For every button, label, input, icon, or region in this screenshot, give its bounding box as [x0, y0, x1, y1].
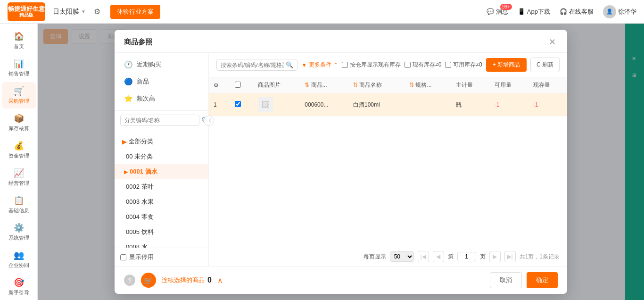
messages-badge: 99+ [500, 4, 512, 10]
mobile-icon: 📱 [518, 8, 525, 15]
quick-recent-purchase[interactable]: 🕐 近期购买 [120, 58, 203, 72]
purchase-icon: 🛒 [14, 86, 24, 96]
sidebar-item-finance[interactable]: 💰 资金管理 [2, 137, 36, 163]
prev-page-btn[interactable]: ◀ [433, 251, 444, 262]
clock-icon: 🕐 [124, 60, 133, 69]
online-service-btn[interactable]: 🎧 在线客服 [560, 8, 594, 16]
store-dropdown-arrow: ▼ [81, 9, 86, 14]
modal-body: 🕐 近期购买 🔵 新品 ⭐ 频次高 [115, 53, 567, 266]
navbar: 畅捷通好生意 精品版 日太阳膜 ▼ ⚙ 体验行业方案 💬 消息 99+ 📱 Ap… [0, 0, 644, 24]
cat-water[interactable]: 0008 水 [115, 240, 208, 248]
row-checkbox[interactable] [230, 93, 253, 117]
col-unit: 主计量 [451, 77, 490, 93]
col-code[interactable]: ⇅ 商品... [300, 77, 348, 93]
app-download-btn[interactable]: 📱 App下载 [518, 8, 550, 16]
sidebar-item-guide[interactable]: 🎯 新手引导 [2, 274, 36, 300]
row-image: 🖼 [253, 93, 300, 117]
page-total-info: 共1页，1条记录 [520, 253, 560, 261]
filter-more-btn[interactable]: ▼ 更多条件 ⌃ [301, 61, 338, 69]
experience-btn[interactable]: 体验行业方案 [110, 5, 160, 19]
sort-icon: ⇅ [305, 82, 309, 88]
cat-fruit[interactable]: 0003 水果 [115, 194, 208, 209]
store-selector[interactable]: 日太阳膜 ▼ [53, 8, 86, 16]
cat-snack[interactable]: 0004 零食 [115, 209, 208, 225]
page-label: 第 [448, 253, 454, 261]
user-menu[interactable]: 👤 徐泽华 [603, 5, 636, 18]
modal-title: 商品参照 [124, 38, 152, 47]
message-icon: 💬 [487, 8, 494, 15]
cancel-btn[interactable]: 取消 [490, 272, 522, 288]
category-search-input[interactable] [120, 115, 199, 126]
select-all-checkbox[interactable] [235, 82, 241, 88]
quick-frequent[interactable]: ⭐ 频次高 [120, 92, 203, 106]
available-stock-checkbox[interactable] [405, 62, 411, 68]
sidebar-item-operations[interactable]: 📈 经营管理 [2, 164, 36, 191]
collapse-footer-btn[interactable]: ∧ [217, 276, 223, 285]
system-icon: ⚙️ [14, 223, 24, 233]
cat-all[interactable]: ▶ 全部分类 [115, 134, 208, 149]
page-size-select[interactable]: 50 10 20 100 [390, 251, 414, 262]
continuous-select-label: 连续选择的商品 0 [162, 276, 212, 284]
page-number-input[interactable] [457, 252, 476, 261]
col-stock: 现存量 [528, 77, 567, 93]
col-image: 商品图片 [253, 77, 300, 93]
col-available: 可用量 [490, 77, 528, 93]
modal-footer: ? 🛒 连续选择的商品 0 ∧ 取消 确定 [115, 266, 567, 294]
filter-up-icon: ⌃ [333, 62, 338, 68]
sidebar-item-system[interactable]: ⚙️ 系统管理 [2, 219, 36, 245]
cat-expand-icon: ▶ [122, 138, 127, 145]
sidebar-item-enterprise[interactable]: 👥 企业协同 [2, 246, 36, 273]
right-panel: 🔍 ▼ 更多条件 ⌃ 按仓库显示现有库存 [209, 53, 567, 266]
sidebar: 🏠 首页 📊 销售管理 🛒 采购管理 📦 库存核算 💰 资金管理 📈 经营管理 … [0, 24, 38, 300]
main-layout: 🏠 首页 📊 销售管理 🛒 采购管理 📦 库存核算 💰 资金管理 📈 经营管理 … [0, 24, 644, 300]
pagination-row: 每页显示 50 10 20 100 |◀ ◀ 第 页 [209, 247, 567, 266]
refresh-btn[interactable]: C 刷新 [530, 58, 560, 72]
product-thumbnail: 🖼 [258, 97, 273, 112]
product-reference-modal: 商品参照 ✕ 🕐 近期购买 🔵 [115, 30, 567, 294]
last-page-btn[interactable]: ▶| [504, 251, 516, 262]
settings-icon[interactable]: ⚙ [90, 4, 105, 19]
first-page-btn[interactable]: |◀ [418, 251, 429, 262]
avatar: 👤 [603, 5, 616, 18]
row-code: 000600... [300, 93, 348, 117]
search-icon[interactable]: 🔍 [286, 61, 293, 68]
col-settings[interactable]: ⚙ [209, 77, 230, 93]
cat-beverage[interactable]: 0005 饮料 [115, 225, 208, 240]
quick-new-products[interactable]: 🔵 新品 [120, 75, 203, 89]
help-icon[interactable]: ? [124, 275, 135, 286]
home-icon: 🏠 [14, 31, 24, 42]
warehouse-display-checkbox[interactable] [342, 62, 348, 68]
finance-icon: 💰 [14, 141, 24, 151]
cat-tea[interactable]: 0002 茶叶 [115, 179, 208, 194]
modal-overlay: 商品参照 ✕ 🕐 近期购买 🔵 [38, 24, 644, 300]
row-select-checkbox[interactable] [235, 101, 241, 107]
row-spec [405, 93, 451, 117]
modal-close-btn[interactable]: ✕ [546, 36, 558, 48]
footer-buttons: 取消 确定 [490, 272, 558, 288]
sidebar-item-sales[interactable]: 📊 销售管理 [2, 55, 36, 81]
sort-icon-name: ⇅ [353, 82, 358, 88]
usable-stock-checkbox[interactable] [445, 62, 451, 68]
product-search-input[interactable] [221, 62, 284, 68]
sidebar-item-purchase[interactable]: 🛒 采购管理 [2, 82, 36, 108]
next-page-btn[interactable]: ▶ [489, 251, 501, 262]
col-spec[interactable]: ⇅ 规格... [405, 77, 451, 93]
col-name[interactable]: ⇅ 商品名称 [348, 77, 405, 93]
sidebar-item-inventory[interactable]: 📦 库存核算 [2, 109, 36, 136]
panel-collapse-btn[interactable]: 《 [204, 116, 214, 126]
sidebar-item-home[interactable]: 🏠 首页 [2, 27, 36, 54]
usable-stock-checkbox-label[interactable]: 可用库存≠0 [445, 61, 482, 69]
messages-btn[interactable]: 💬 消息 99+ [487, 8, 508, 16]
table-row[interactable]: 1 🖼 000600... 白酒100ml 瓶 [209, 93, 567, 117]
show-disabled-checkbox[interactable] [120, 254, 126, 260]
available-stock-checkbox-label[interactable]: 现有库存≠0 [405, 61, 441, 69]
cart-icon[interactable]: 🛒 [141, 273, 156, 288]
col-checkbox[interactable] [230, 77, 253, 93]
confirm-btn[interactable]: 确定 [527, 272, 558, 288]
cat-uncategorized[interactable]: 00 未分类 [115, 149, 208, 164]
sidebar-item-basic-info[interactable]: 📋 基础信息 [2, 192, 36, 218]
show-disabled-label[interactable]: 显示停用 [120, 253, 203, 261]
cat-liquor[interactable]: ▶ 0001 酒水 [115, 164, 208, 179]
add-product-btn[interactable]: + 新增商品 [486, 58, 527, 72]
warehouse-display-checkbox-label[interactable]: 按仓库显示现有库存 [342, 61, 401, 69]
